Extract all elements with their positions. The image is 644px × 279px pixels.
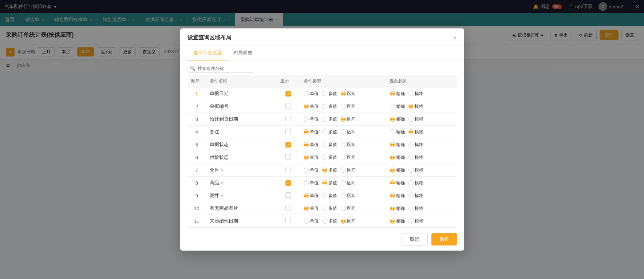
tab-layout-adjust-label: 布局调整	[233, 50, 252, 55]
search-input[interactable]	[198, 66, 249, 71]
modal-search-area: 🔍	[180, 60, 464, 72]
tab-layout-adjust[interactable]: 布局调整	[228, 46, 258, 60]
modal-title: 设置查询区域布局	[187, 34, 231, 41]
search-wrap: 🔍	[187, 64, 253, 72]
modal-overlay: 设置查询区域布局 × 查询字段设置 布局调整 🔍 顺序	[0, 0, 644, 72]
search-icon: 🔍	[190, 66, 195, 71]
settings-modal: 设置查询区域布局 × 查询字段设置 布局调整 🔍 顺序	[180, 28, 464, 72]
modal-close-btn[interactable]: ×	[453, 35, 457, 41]
tab-query-fields[interactable]: 查询字段设置	[187, 46, 228, 60]
modal-header: 设置查询区域布局 ×	[180, 28, 464, 46]
modal-tabs: 查询字段设置 布局调整	[180, 46, 464, 60]
tab-query-fields-label: 查询字段设置	[193, 50, 222, 55]
